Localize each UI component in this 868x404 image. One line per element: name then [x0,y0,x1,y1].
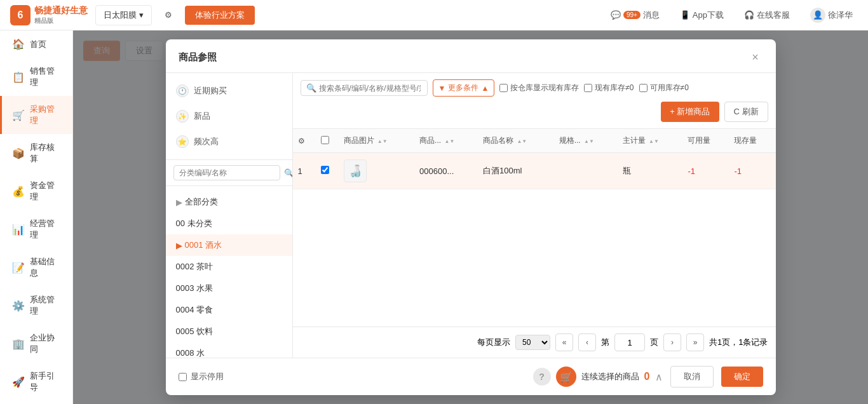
system-icon: ⚙️ [12,300,25,312]
table-row[interactable]: 1 🍶 000600... 白酒100ml 瓶 [293,153,776,189]
category-0002[interactable]: 0002 茶叶 [166,256,292,278]
sidebar-item-system[interactable]: ⚙️ 系统管理 [0,286,72,325]
row-checkbox[interactable] [321,166,329,174]
sidebar-item-label: 资金管理 [30,180,62,203]
sidebar-item-sales[interactable]: 📋 销售管理 [0,58,72,96]
frequent-icon: ⭐ [176,135,189,148]
logo: 6 畅捷通好生意 精品版 [10,5,88,25]
checkbox-available[interactable]: 可用库存≠0 [639,83,689,93]
last-page-btn[interactable]: » [686,333,704,351]
right-panel: 🔍 ▼ 更多条件 ▲ 按仓库显示现有库存 [293,73,776,358]
sidebar-item-home[interactable]: 🏠 首页 [0,30,72,58]
toolbar-right: + 新增商品 C 刷新 [661,102,768,122]
left-tab-new[interactable]: ✨ 新品 [166,104,292,129]
cart-icon-wrap[interactable]: 🛒 [556,367,576,387]
category-0005[interactable]: 0005 饮料 [166,321,292,342]
modal-footer: 显示停用 ? 🛒 连续选择的商品 0 ∧ 取消 确定 [166,358,776,395]
arrow-right-icon: ▶ [176,241,182,250]
first-page-btn[interactable]: « [555,333,573,351]
arrow-right-icon: ▶ [176,198,182,207]
stock-checkbox[interactable] [584,84,592,92]
category-label: 全部分类 [185,196,218,208]
category-label: 0001 酒水 [185,239,222,251]
headset-icon: 🎧 [744,10,754,20]
nav-dropdown[interactable]: 日太阳膜 ▾ [95,5,152,25]
user-btn[interactable]: 👤 徐泽华 [805,5,858,25]
product-thumbnail: 🍶 [344,159,367,182]
category-0004[interactable]: 0004 零食 [166,299,292,321]
settings-nav-btn[interactable]: ⚙ [159,8,177,22]
cancel-button[interactable]: 取消 [670,366,714,387]
refresh-button[interactable]: C 刷新 [724,102,768,122]
filter-button[interactable]: ▼ 更多条件 ▲ [433,79,495,97]
sidebar-item-label: 企业协同 [30,332,62,355]
cta-button[interactable]: 体验行业方案 [185,6,255,25]
modal-body: 🕐 近期购买 ✨ 新品 ⭐ 频次高 [166,73,776,358]
cart-icon: 🛒 [560,371,573,383]
sidebar-item-apps[interactable]: 📱 应用中心 [0,401,72,404]
messages-btn[interactable]: 💬 99+ 消息 [606,7,665,24]
category-0003[interactable]: 0003 水果 [166,278,292,299]
avatar: 👤 [810,8,825,23]
select-all-checkbox[interactable] [321,136,329,144]
stock-checkbox-label: 现有库存≠0 [595,83,634,93]
purchase-icon: 🛒 [12,109,25,121]
checkbox-warehouse[interactable]: 按仓库显示现有库存 [499,83,579,93]
logo-icon: 6 [10,5,31,25]
confirm-button[interactable]: 确定 [721,367,763,387]
sidebar-item-basic[interactable]: 📝 基础信息 [0,248,72,286]
help-button[interactable]: ? [533,368,551,386]
recent-icon: 🕐 [176,84,189,97]
messages-badge: 99+ [623,11,641,19]
online-service-btn[interactable]: 🎧 在线客服 [739,7,795,24]
category-0008[interactable]: 0008 水 [166,342,292,358]
modal-header: 商品参照 × [166,39,776,73]
category-list: ▶ 全部分类 00 未分类 ▶ 0001 酒水 0002 茶 [166,186,292,358]
category-all[interactable]: ▶ 全部分类 [166,191,292,213]
page-suffix-label: 页 [650,337,658,348]
sidebar-item-operation[interactable]: 📊 经营管理 [0,210,72,248]
category-search-input[interactable] [173,165,280,180]
row-spec-cell [554,153,618,189]
guide-icon: 🚀 [12,376,25,388]
category-search-icon[interactable]: 🔍 [284,168,293,178]
row-index: 1 [293,153,316,189]
per-page-select[interactable]: 50 100 200 [515,335,550,350]
sidebar-item-label: 库存核算 [30,142,62,165]
show-disabled-checkbox[interactable] [179,373,187,381]
modal-close-button[interactable]: × [748,50,763,65]
col-settings[interactable]: ⚙ [293,129,316,153]
sidebar-item-inventory[interactable]: 📦 库存核算 [0,134,72,172]
show-disabled-checkbox-label[interactable]: 显示停用 [179,371,224,382]
row-image-cell: 🍶 [339,153,415,189]
product-search-input[interactable] [319,84,421,93]
nav-right: 💬 99+ 消息 📱 App下载 🎧 在线客服 👤 徐泽华 [606,5,858,25]
available-checkbox[interactable] [639,84,648,92]
sort-icon: ▲▼ [517,139,527,144]
row-available-cell: -1 [682,153,729,189]
pagination-bar: 每页显示 50 100 200 « ‹ 第 页 › [293,327,776,358]
sidebar-item-purchase[interactable]: 🛒 采购管理 [0,96,72,134]
sidebar-item-label: 系统管理 [30,294,62,317]
modal-overlay: 商品参照 × 🕐 近期购买 ✨ [73,30,868,404]
collapse-up-button[interactable]: ∧ [655,371,663,383]
app-download-btn[interactable]: 📱 App下载 [675,7,729,24]
left-tab-frequent[interactable]: ⭐ 频次高 [166,129,292,154]
category-label: 0008 水 [176,347,205,358]
left-tab-recent[interactable]: 🕐 近期购买 [166,78,292,104]
col-available: 可用量 [682,129,729,153]
checkbox-stock[interactable]: 现有库存≠0 [584,83,634,93]
available-checkbox-label: 可用库存≠0 [650,83,689,93]
sidebar-item-label: 销售管理 [30,65,62,88]
prev-page-btn[interactable]: ‹ [578,333,596,351]
warehouse-checkbox[interactable] [499,84,508,92]
sidebar-item-finance[interactable]: 💰 资金管理 [0,172,72,210]
next-page-btn[interactable]: › [663,333,681,351]
sales-icon: 📋 [12,71,25,83]
page-number-input[interactable] [614,333,645,351]
sidebar-item-enterprise[interactable]: 🏢 企业协同 [0,325,72,363]
sidebar-item-guide[interactable]: 🚀 新手引导 [0,363,72,401]
add-product-button[interactable]: + 新增商品 [661,102,719,122]
category-0001[interactable]: ▶ 0001 酒水 [166,234,292,256]
category-00[interactable]: 00 未分类 [166,213,292,234]
